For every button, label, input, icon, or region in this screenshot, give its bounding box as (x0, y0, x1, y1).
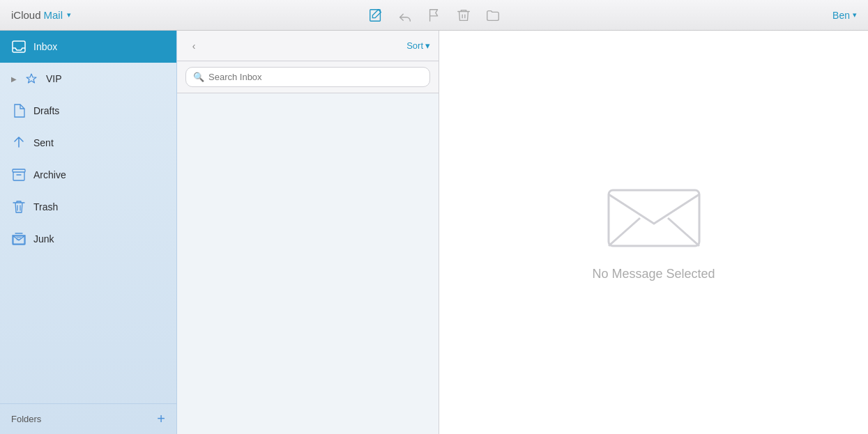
app-header: iCloud Mail ▾ (0, 0, 868, 31)
reply-button[interactable] (397, 8, 413, 23)
inbox-icon (11, 40, 26, 53)
folders-label: Folders (11, 414, 41, 424)
add-folder-button[interactable]: + (157, 411, 165, 427)
reply-icon (397, 8, 413, 23)
compose-button[interactable] (368, 8, 383, 23)
flag-icon (427, 8, 442, 23)
sent-icon (11, 136, 26, 150)
vip-label: VIP (46, 73, 62, 84)
sidebar-item-junk[interactable]: Junk (0, 223, 176, 255)
app-title-area: iCloud Mail ▾ (11, 9, 71, 21)
vip-expand-chevron: ▶ (11, 75, 17, 83)
sidebar: Inbox ▶ VIP Drafts (0, 31, 177, 434)
main-content: Inbox ▶ VIP Drafts (0, 31, 868, 434)
sidebar-item-trash[interactable]: Trash (0, 191, 176, 223)
message-list-panel: ‹ Sort ▾ 🔍 (177, 31, 439, 434)
sidebar-item-inbox[interactable]: Inbox (0, 31, 176, 63)
archive-icon (11, 169, 26, 181)
inbox-label: Inbox (33, 41, 57, 52)
svg-rect-2 (13, 169, 25, 172)
sort-label: Sort (406, 40, 423, 51)
toolbar (368, 8, 501, 23)
drafts-label: Drafts (33, 105, 59, 116)
no-message-label: No Message Selected (592, 267, 715, 281)
detail-panel: No Message Selected (439, 31, 868, 434)
delete-button[interactable] (456, 8, 471, 23)
search-input[interactable] (208, 72, 422, 82)
sidebar-item-drafts[interactable]: Drafts (0, 95, 176, 127)
user-name-label: Ben (832, 10, 850, 21)
sort-chevron-icon: ▾ (425, 40, 430, 51)
sidebar-item-archive[interactable]: Archive (0, 159, 176, 191)
search-input-wrapper[interactable]: 🔍 (185, 67, 430, 87)
trash-label: Trash (33, 201, 58, 212)
no-message-envelope-icon (605, 183, 703, 253)
move-to-folder-button[interactable] (485, 8, 501, 23)
sidebar-item-vip[interactable]: ▶ VIP (0, 63, 176, 95)
archive-label: Archive (33, 169, 66, 180)
trash-sidebar-icon (11, 200, 26, 214)
mail-menu-chevron[interactable]: ▾ (67, 10, 71, 20)
sidebar-item-sent[interactable]: Sent (0, 127, 176, 159)
message-list-body (177, 93, 439, 434)
search-icon: 🔍 (193, 72, 204, 82)
message-list-header: ‹ Sort ▾ (177, 31, 439, 61)
svg-rect-0 (370, 9, 380, 21)
search-bar: 🔍 (177, 61, 439, 93)
sort-button[interactable]: Sort ▾ (406, 40, 430, 51)
compose-icon (368, 8, 383, 23)
user-menu[interactable]: Ben ▾ (832, 10, 857, 21)
collapse-sidebar-button[interactable]: ‹ (185, 40, 202, 52)
folders-section: Folders + (0, 403, 176, 434)
flag-button[interactable] (427, 8, 442, 23)
vip-star-icon (24, 72, 39, 85)
mail-label[interactable]: Mail (44, 9, 63, 21)
sent-label: Sent (33, 137, 54, 148)
trash-icon (456, 8, 471, 23)
icloud-label: iCloud (11, 9, 41, 21)
svg-rect-5 (609, 190, 699, 246)
user-menu-chevron: ▾ (853, 10, 857, 20)
junk-label: Junk (33, 233, 54, 245)
junk-icon (11, 233, 26, 245)
folder-icon (485, 8, 501, 23)
drafts-icon (11, 104, 26, 118)
